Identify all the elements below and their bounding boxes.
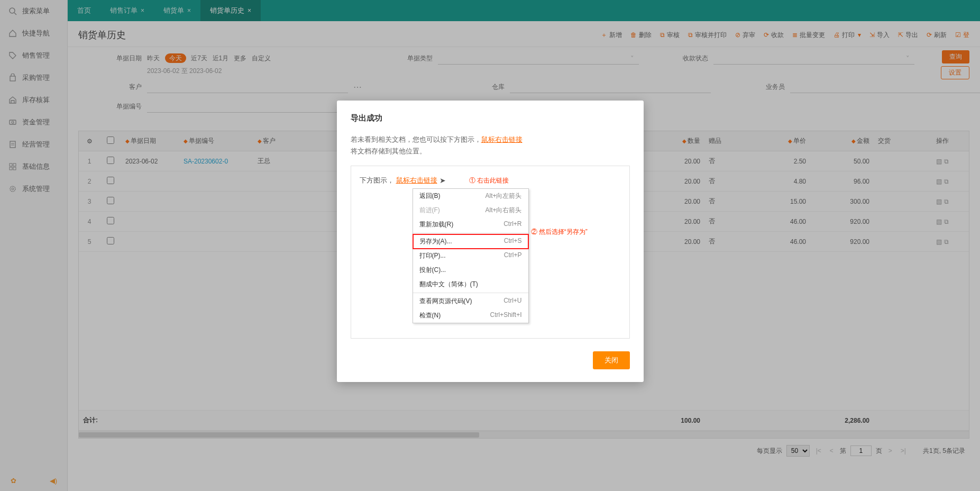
context-menu-item[interactable]: 投射(C)... [413,263,528,277]
export-success-modal: 导出成功 若未看到相关文档，您也可以按下方图示，鼠标右击链接 将文档存储到其他位… [337,101,644,382]
context-menu-item[interactable]: 打印(P)...Ctrl+P [413,249,528,263]
modal-title: 导出成功 [351,113,630,123]
context-menu: 返回(B)Alt+向左箭头前进(F)Alt+向右箭头重新加载(R)Ctrl+R另… [413,188,529,323]
context-menu-item[interactable]: 重新加载(R)Ctrl+R [413,217,528,232]
context-menu-item[interactable]: 查看网页源代码(V)Ctrl+U [413,294,528,308]
annotation-1: ① 右击此链接 [469,176,509,185]
context-menu-item[interactable]: 返回(B)Alt+向左箭头 [413,189,528,203]
context-menu-item[interactable]: 另存为(A)...Ctrl+S [413,234,528,249]
rightclick-link[interactable]: 鼠标右击链接 [481,135,523,143]
instr-link[interactable]: 鼠标右击链接 [396,176,437,185]
context-menu-item[interactable]: 前进(F)Alt+向右箭头 [413,203,528,217]
modal-desc: 若未看到相关文档，您也可以按下方图示，鼠标右击链接 [351,134,630,146]
modal-desc2: 将文档存储到其他位置。 [351,146,630,157]
instr-prefix: 下方图示， [360,176,394,185]
context-menu-item[interactable]: 翻成中文（简体）(T) [413,277,528,292]
modal-overlay: 导出成功 若未看到相关文档，您也可以按下方图示，鼠标右击链接 将文档存储到其他位… [0,0,980,491]
annotation-2: ② 然后选择“另存为” [531,228,588,237]
close-button[interactable]: 关闭 [593,351,630,369]
context-menu-item[interactable]: 检查(N)Ctrl+Shift+I [413,308,528,323]
instruction-box: 下方图示， 鼠标右击链接 ➤ ① 右击此链接 返回(B)Alt+向左箭头前进(F… [351,166,630,339]
cursor-icon: ➤ [439,176,446,185]
